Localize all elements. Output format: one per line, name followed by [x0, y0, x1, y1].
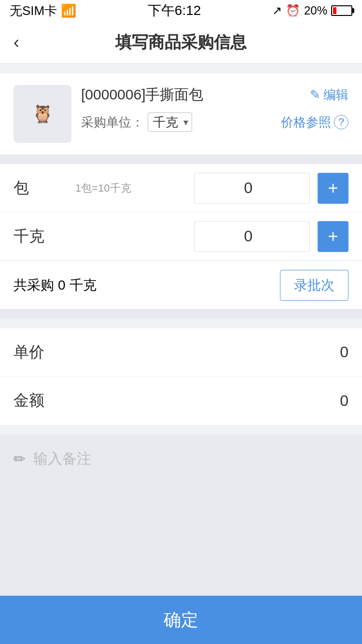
product-unit-row: 采购单位： 千克 包 ▾ 价格参照 ? [81, 112, 348, 132]
kg-input-row: 千克 + [0, 212, 362, 261]
amount-row: 金额 0 [0, 377, 362, 425]
product-logo: 🦉 [32, 104, 54, 124]
confirm-button[interactable]: 确定 [0, 596, 362, 644]
quantity-section: 包 1包=10千克 + 千克 + 共采购 0 千克 录批次 [0, 164, 362, 309]
location-icon: ↗ [272, 4, 282, 17]
status-right: ↗ ⏰ 20% [272, 4, 352, 17]
divider-2 [0, 309, 362, 319]
unit-select-wrapper[interactable]: 千克 包 ▾ [148, 112, 192, 132]
bag-sublabel: 1包=10千克 [75, 181, 131, 196]
total-label: 共采购 [14, 276, 54, 294]
total-unit: 千克 [70, 276, 97, 294]
bag-label: 包 [14, 178, 71, 199]
total-row: 共采购 0 千克 录批次 [0, 261, 362, 309]
amount-value: 0 [340, 392, 348, 410]
back-button[interactable]: ‹ [14, 32, 19, 53]
unit-price-label: 单价 [14, 342, 44, 363]
price-ref-label: 价格参照 [281, 114, 331, 131]
product-name: [0000006]手撕面包 [81, 85, 203, 105]
status-bar: 无SIM卡 📶 下午6:12 ↗ ⏰ 20% [0, 0, 362, 21]
pencil-icon: ✏ [14, 450, 26, 467]
batch-button[interactable]: 录批次 [280, 270, 348, 301]
alarm-icon: ⏰ [286, 4, 300, 17]
edit-label: 编辑 [323, 86, 348, 103]
wifi-icon: 📶 [61, 3, 76, 18]
unit-select[interactable]: 千克 包 [148, 112, 192, 132]
unit-label: 采购单位： [81, 114, 144, 131]
notes-placeholder: 输入备注 [33, 449, 91, 469]
battery-icon [331, 5, 352, 16]
divider-1 [0, 154, 362, 164]
battery-percent: 20% [304, 4, 327, 17]
kg-quantity-input[interactable] [194, 221, 310, 252]
amount-label: 金额 [14, 390, 44, 411]
product-name-row: [0000006]手撕面包 ✎ 编辑 [81, 85, 348, 105]
product-card: 🦉 [0000006]手撕面包 ✎ 编辑 采购单位： 千克 包 ▾ [0, 73, 362, 154]
bag-quantity-input[interactable] [194, 173, 310, 204]
unit-section: 采购单位： 千克 包 ▾ [81, 112, 192, 132]
total-summary: 共采购 0 千克 [14, 276, 97, 294]
edit-icon: ✎ [310, 87, 320, 102]
kg-label: 千克 [14, 226, 71, 247]
product-thumbnail: 🦉 [14, 85, 71, 143]
product-info: [0000006]手撕面包 ✎ 编辑 采购单位： 千克 包 ▾ 价格参照 ? [81, 85, 348, 132]
unit-price-value: 0 [340, 343, 348, 361]
price-section: 单价 0 金额 0 [0, 328, 362, 425]
notes-section[interactable]: ✏ 输入备注 [0, 434, 362, 483]
status-time: 下午6:12 [148, 1, 201, 20]
unit-price-row: 单价 0 [0, 328, 362, 377]
total-value: 0 [58, 278, 66, 293]
info-icon: ? [334, 115, 348, 129]
status-left: 无SIM卡 📶 [10, 2, 76, 19]
bag-plus-button[interactable]: + [318, 173, 348, 204]
kg-plus-button[interactable]: + [318, 221, 348, 252]
page-title: 填写商品采购信息 [115, 31, 247, 54]
confirm-label: 确定 [164, 608, 198, 632]
carrier-text: 无SIM卡 [10, 2, 57, 19]
nav-bar: ‹ 填写商品采购信息 [0, 21, 362, 64]
bag-input-row: 包 1包=10千克 + [0, 164, 362, 212]
price-reference-button[interactable]: 价格参照 ? [281, 114, 348, 131]
edit-button[interactable]: ✎ 编辑 [310, 86, 348, 103]
